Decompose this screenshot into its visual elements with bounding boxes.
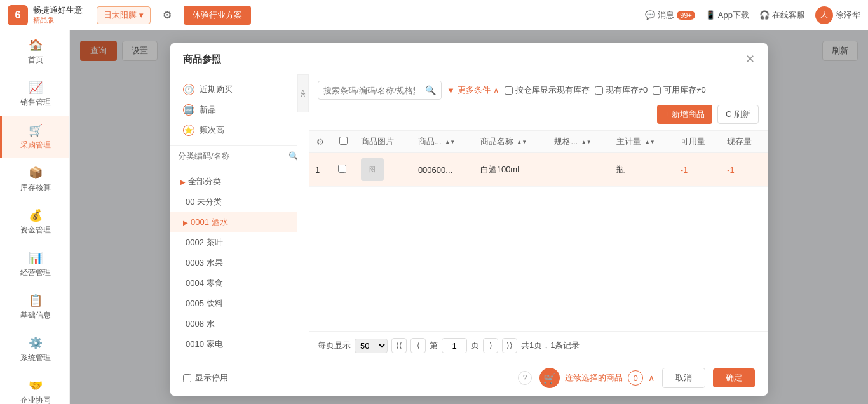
logo-icon: 6 xyxy=(8,5,28,25)
col-stock[interactable]: 现存量 xyxy=(721,131,768,153)
col-spec[interactable]: 规格... ▲▼ xyxy=(548,131,610,153)
row-avail: -1 xyxy=(674,153,721,187)
quick-link-new[interactable]: 🆕 新品 xyxy=(170,100,297,120)
help-icon-btn[interactable]: ? xyxy=(518,371,532,385)
row-checkbox[interactable] xyxy=(332,153,355,187)
page-prev-btn[interactable]: ⟨ xyxy=(410,338,426,353)
avail-ne0-checkbox[interactable]: 可用库存≠0 xyxy=(653,84,705,96)
search-submit-btn[interactable]: 🔍 xyxy=(420,81,441,100)
col-unit[interactable]: 主计量 ▲▼ xyxy=(610,131,674,153)
sidebar-label-inventory: 库存核算 xyxy=(20,182,51,193)
row-spec xyxy=(548,153,610,187)
cancel-button[interactable]: 取消 xyxy=(662,368,705,388)
sidebar: 🏠 首页 📈 销售管理 🛒 采购管理 📦 库存核算 💰 资金管理 📊 经营管理 … xyxy=(0,30,70,404)
star-icon: ⭐ xyxy=(183,125,194,136)
sidebar-item-home[interactable]: 🏠 首页 xyxy=(0,30,69,73)
cat-all[interactable]: ▶ 全部分类 xyxy=(170,172,297,192)
col-avail[interactable]: 可用量 xyxy=(674,131,721,153)
show-disabled-checkbox[interactable]: 显示停用 xyxy=(183,372,228,384)
cat-liquor-arrow: ▶ xyxy=(183,219,188,226)
add-product-btn[interactable]: + 新增商品 xyxy=(657,105,712,124)
sidebar-item-inventory[interactable]: 📦 库存核算 xyxy=(0,158,69,201)
collapse-panel-btn[interactable]: ≪ xyxy=(297,74,309,112)
table-row[interactable]: 1 图 000600... 白酒100ml 瓶 xyxy=(309,153,768,187)
app-download-btn[interactable]: 📱 App下载 xyxy=(705,10,749,21)
cat-uncategorized[interactable]: 00 未分类 xyxy=(170,192,297,212)
page-last-btn[interactable]: ⟩⟩ xyxy=(502,338,517,353)
filter-chevron-icon: ∧ xyxy=(493,86,499,95)
nav-right: 💬 消息 99+ 📱 App下载 🎧 在线客服 人 徐泽华 xyxy=(645,6,860,24)
page-first-btn[interactable]: ⟨⟨ xyxy=(391,338,407,353)
sales-icon: 📈 xyxy=(29,81,43,95)
sidebar-label-sales: 销售管理 xyxy=(20,97,51,108)
cat-all-arrow: ▶ xyxy=(180,178,186,185)
inventory-icon: 📦 xyxy=(29,166,43,180)
message-badge: 99+ xyxy=(677,11,695,20)
dialog-body: 🕐 近期购买 🆕 新品 ⭐ 频次高 xyxy=(170,74,768,360)
col-settings[interactable]: ⚙ xyxy=(309,131,332,153)
operations-icon: 📊 xyxy=(29,251,43,265)
sidebar-item-system[interactable]: ⚙️ 系统管理 xyxy=(0,328,69,371)
confirm-button[interactable]: 确定 xyxy=(713,368,755,387)
messages-btn[interactable]: 💬 消息 99+ xyxy=(645,10,695,21)
system-icon: ⚙️ xyxy=(29,336,43,350)
category-panel: 🕐 近期购买 🆕 新品 ⭐ 频次高 xyxy=(170,74,297,360)
search-icon[interactable]: 🔍 xyxy=(288,151,297,161)
col-image: 商品图片 xyxy=(355,131,412,153)
category-search-input[interactable] xyxy=(178,151,285,161)
sidebar-label-system: 系统管理 xyxy=(20,353,51,363)
sidebar-item-basic-info[interactable]: 📋 基础信息 xyxy=(0,286,69,328)
page-number-input[interactable] xyxy=(442,338,467,353)
warehouse-display-checkbox[interactable]: 按仓库显示现有库存 xyxy=(505,84,590,96)
cat-beverage[interactable]: 0005 饮料 xyxy=(170,293,297,314)
main-layout: 🏠 首页 📈 销售管理 🛒 采购管理 📦 库存核算 💰 资金管理 📊 经营管理 … xyxy=(0,30,868,404)
search-input-wrap: 🔍 xyxy=(318,81,442,100)
collapse-up-icon[interactable]: ∧ xyxy=(648,373,654,383)
per-page-select[interactable]: 50 10 20 100 xyxy=(355,339,388,353)
message-icon: 💬 xyxy=(645,10,655,20)
per-page-label: 每页显示 xyxy=(318,340,351,351)
stock-ne0-checkbox[interactable]: 现有库存≠0 xyxy=(595,84,648,96)
sidebar-item-sales[interactable]: 📈 销售管理 xyxy=(0,73,69,116)
row-code: 000600... xyxy=(412,153,474,187)
cart-area[interactable]: 🛒 连续选择的商品 0 ∧ xyxy=(539,368,654,388)
refresh-table-btn[interactable]: C 刷新 xyxy=(717,105,759,124)
trial-button[interactable]: 体验行业方案 xyxy=(184,6,251,25)
product-dialog: 商品参照 ✕ 🕐 近期购买 🆕 xyxy=(170,43,768,396)
col-name[interactable]: 商品名称 ▲▼ xyxy=(474,131,548,153)
cart-icon: 🛒 xyxy=(539,368,560,388)
modal-overlay: 商品参照 ✕ 🕐 近期购买 🆕 xyxy=(70,30,868,404)
cat-appliance[interactable]: 0010 家电 xyxy=(170,334,297,354)
home-icon: 🏠 xyxy=(29,38,43,52)
quick-link-frequent[interactable]: ⭐ 频次高 xyxy=(170,120,297,140)
col-code[interactable]: 商品... ▲▼ xyxy=(412,131,474,153)
user-profile-btn[interactable]: 人 徐泽华 xyxy=(815,6,860,24)
sidebar-label-basic: 基础信息 xyxy=(20,310,51,321)
gear-icon-btn[interactable]: ⚙ xyxy=(156,4,179,27)
cat-tea[interactable]: 0002 茶叶 xyxy=(170,232,297,253)
cat-water[interactable]: 0008 水 xyxy=(170,314,297,334)
sidebar-item-collab[interactable]: 🤝 企业协同 xyxy=(0,371,69,404)
store-selector[interactable]: 日太阳膜 ▾ xyxy=(97,6,151,24)
quick-link-recent[interactable]: 🕐 近期购买 xyxy=(170,79,297,100)
row-image: 图 xyxy=(355,153,412,187)
cat-snack[interactable]: 0004 零食 xyxy=(170,273,297,293)
footer-right: ? 🛒 连续选择的商品 0 ∧ 取消 确定 xyxy=(518,368,755,388)
online-service-btn[interactable]: 🎧 在线客服 xyxy=(759,10,805,21)
dialog-close-icon[interactable]: ✕ xyxy=(745,52,755,66)
store-name: 日太阳膜 xyxy=(104,10,137,21)
product-search-input[interactable] xyxy=(318,86,420,95)
quick-links: 🕐 近期购买 🆕 新品 ⭐ 频次高 xyxy=(170,74,297,146)
product-thumbnail: 图 xyxy=(361,158,384,181)
page-next-btn[interactable]: ⟩ xyxy=(483,338,498,353)
avatar: 人 xyxy=(815,6,833,24)
col-select-all[interactable] xyxy=(332,131,355,153)
sidebar-item-purchase[interactable]: 🛒 采购管理 xyxy=(0,116,69,158)
sidebar-item-operations[interactable]: 📊 经营管理 xyxy=(0,243,69,286)
cat-liquor[interactable]: ▶ 0001 酒水 xyxy=(170,212,297,232)
cat-fruit[interactable]: 0003 水果 xyxy=(170,253,297,273)
more-filter-btn[interactable]: ▼ 更多条件 ∧ xyxy=(447,84,499,96)
row-name: 白酒100ml xyxy=(474,153,548,187)
cart-count: 0 xyxy=(628,370,643,386)
sidebar-item-finance[interactable]: 💰 资金管理 xyxy=(0,201,69,243)
